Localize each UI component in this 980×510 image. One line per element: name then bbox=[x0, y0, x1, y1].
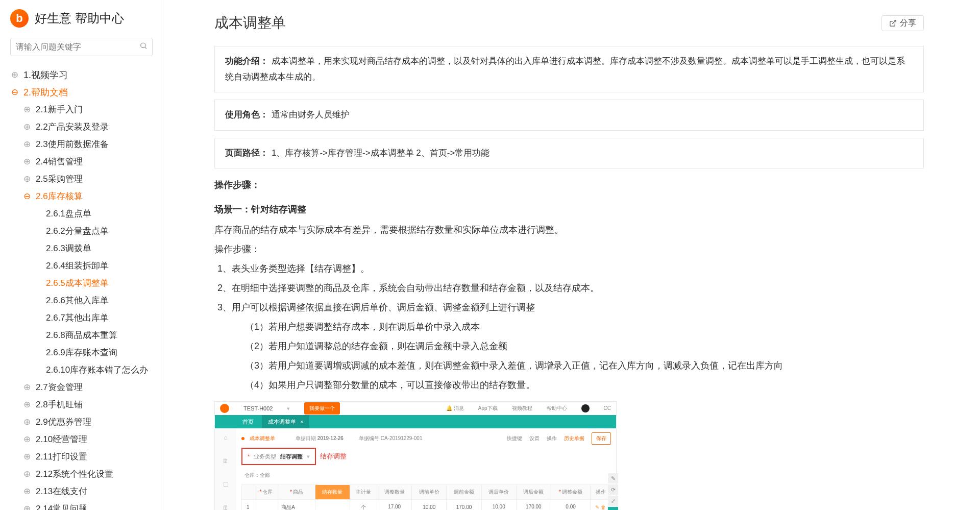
role-label: 使用角色： bbox=[225, 110, 268, 119]
share-icon bbox=[889, 19, 897, 27]
nav-item[interactable]: ⊕2.8手机旺铺 bbox=[10, 396, 153, 414]
plus-icon[interactable]: ⊕ bbox=[22, 448, 32, 466]
scene-desc: 库存商品的结存成本与实际成本有差异，需要根据结存数量和实际单位成本进行调整。 bbox=[214, 221, 924, 239]
intro-label: 功能介绍： bbox=[225, 56, 268, 66]
plus-icon[interactable]: ⊕ bbox=[22, 414, 32, 431]
nav-label: 2.11打印设置 bbox=[36, 448, 87, 466]
plus-icon[interactable]: ⊕ bbox=[22, 153, 32, 171]
nav-subitem[interactable]: 2.6.1盘点单 bbox=[10, 205, 153, 223]
shot-crumb: 成本调整单 bbox=[250, 433, 275, 444]
search-icon[interactable] bbox=[139, 42, 148, 53]
shot-user: CC bbox=[604, 403, 611, 414]
nav-item[interactable]: ⊕2.2产品安装及登录 bbox=[10, 118, 153, 136]
page-title: 成本调整单 bbox=[214, 13, 286, 33]
nav-item[interactable]: ⊕2.14常见问题 bbox=[10, 500, 153, 510]
shot-topbar: TEST-H002 ▾ 我要做一个 🔔 消息 App下载 视频教程 帮助中心 C… bbox=[215, 402, 616, 415]
nav-subitem[interactable]: 2.6.4组装拆卸单 bbox=[10, 257, 153, 275]
shot-op: 操作 bbox=[547, 433, 557, 444]
nav-subitem[interactable]: 2.6.7其他出库单 bbox=[10, 309, 153, 327]
nav-item[interactable]: ⊕2.7资金管理 bbox=[10, 379, 153, 396]
path-text: 1、库存核算->库存管理->成本调整单 2、首页->常用功能 bbox=[272, 148, 489, 158]
nav-label: 2.14常见问题 bbox=[36, 500, 87, 510]
nav-label: 2.8手机旺铺 bbox=[36, 396, 83, 414]
nav-label: 2.10经营管理 bbox=[36, 431, 87, 448]
shot-grid: 仓库商品结存数量主计量调整数量调前单价调前金额调后单价调后金额调整金额操作1商品… bbox=[241, 484, 611, 510]
plus-icon[interactable]: ⊕ bbox=[22, 500, 32, 510]
shot-side-icons: ✎⟳⤢☰ bbox=[608, 473, 618, 510]
shot-content: 成本调整单 单据日期 2019-12-26 单据编号 CA-20191229-0… bbox=[236, 428, 616, 510]
nav-item[interactable]: ⊕2.3使用前数据准备 bbox=[10, 136, 153, 153]
logo-row: b 好生意 帮助中心 bbox=[10, 9, 153, 28]
link-app: App下载 bbox=[478, 403, 498, 414]
nav-label: 2.帮助文档 bbox=[23, 84, 68, 101]
step-3d: （4）如果用户只调整部分数量的成本，可以直接修改带出的结存数量。 bbox=[214, 376, 924, 394]
nav-item[interactable]: ⊕2.10经营管理 bbox=[10, 431, 153, 448]
sub-steps-label: 操作步骤： bbox=[214, 240, 924, 258]
box-icon: ☐ bbox=[223, 478, 229, 491]
nav-item[interactable]: ⊕2.11打印设置 bbox=[10, 448, 153, 466]
share-button[interactable]: 分享 bbox=[881, 15, 924, 31]
step-3: 3、用户可以根据调整依据直接在调后单价、调后金额、调整金额列上进行调整 bbox=[214, 298, 924, 317]
nav-subitem[interactable]: 2.6.3调拨单 bbox=[10, 240, 153, 257]
nav-item[interactable]: ⊖2.帮助文档 bbox=[10, 84, 153, 101]
svg-line-1 bbox=[145, 47, 146, 49]
shot-logo-icon bbox=[220, 404, 229, 413]
path-box: 页面路径：1、库存核算->库存管理->成本调整单 2、首页->常用功能 bbox=[214, 138, 924, 169]
biz-type-highlight: *业务类型 结存调整 ▾ 结存调整 bbox=[241, 448, 316, 465]
nav-subitem[interactable]: 2.6.6其他入库单 bbox=[10, 292, 153, 309]
intro-box: 功能介绍：成本调整单，用来实现对商品结存成本的调整，以及针对具体的出入库单进行成… bbox=[214, 46, 924, 92]
share-label: 分享 bbox=[900, 18, 916, 29]
step-3b: （2）若用户知道调整总的结存金额，则在调后金额中录入总金额 bbox=[214, 337, 924, 355]
doc-icon: 🗎 bbox=[223, 455, 229, 467]
path-label: 页面路径： bbox=[225, 148, 268, 158]
nav-label: 2.6库存核算 bbox=[36, 188, 83, 205]
role-text: 通常由财务人员维护 bbox=[272, 110, 350, 119]
minus-icon[interactable]: ⊖ bbox=[10, 84, 19, 101]
plus-icon[interactable]: ⊕ bbox=[22, 118, 32, 136]
shot-action-button: 我要做一个 bbox=[304, 402, 340, 415]
plus-icon[interactable]: ⊕ bbox=[22, 466, 32, 483]
nav-item[interactable]: ⊖2.6库存核算 bbox=[10, 188, 153, 205]
nav-item[interactable]: ⊕2.5采购管理 bbox=[10, 171, 153, 188]
content-body: 操作步骤： 场景一：针对结存调整 库存商品的结存成本与实际成本有差异，需要根据结… bbox=[214, 176, 924, 510]
shot-tabs: 首页 成本调整单 × bbox=[215, 415, 616, 428]
plus-icon[interactable]: ⊕ bbox=[22, 101, 32, 118]
calendar-icon: 🗓 bbox=[223, 502, 229, 510]
nav-item[interactable]: ⊕2.9优惠券管理 bbox=[10, 414, 153, 431]
plus-icon[interactable]: ⊕ bbox=[22, 379, 32, 396]
plus-icon[interactable]: ⊕ bbox=[22, 171, 32, 188]
app-title: 好生意 帮助中心 bbox=[35, 10, 124, 27]
search-box bbox=[10, 38, 153, 56]
embedded-screenshot: TEST-H002 ▾ 我要做一个 🔔 消息 App下载 视频教程 帮助中心 C… bbox=[214, 401, 617, 510]
nav-label: 2.13在线支付 bbox=[36, 483, 87, 500]
nav-item[interactable]: ⊕2.13在线支付 bbox=[10, 483, 153, 500]
nav-item[interactable]: ⊕2.1新手入门 bbox=[10, 101, 153, 118]
nav-subitem[interactable]: 2.6.10库存账本错了怎么办 bbox=[10, 361, 153, 379]
nav-subitem[interactable]: 2.6.5成本调整单 bbox=[10, 275, 153, 292]
nav-subitem[interactable]: 2.6.8商品成本重算 bbox=[10, 327, 153, 344]
shot-shortcut: 快捷键 bbox=[507, 433, 522, 444]
nav-subitem[interactable]: 2.6.2分量盘点单 bbox=[10, 223, 153, 240]
plus-icon[interactable]: ⊕ bbox=[22, 431, 32, 448]
nav-item[interactable]: ⊕2.4销售管理 bbox=[10, 153, 153, 171]
nav-label: 2.4销售管理 bbox=[36, 153, 83, 171]
plus-icon[interactable]: ⊕ bbox=[10, 66, 19, 84]
shot-save: 保存 bbox=[592, 432, 611, 445]
nav-label: 2.5采购管理 bbox=[36, 171, 83, 188]
plus-icon[interactable]: ⊕ bbox=[22, 136, 32, 153]
red-annotation-biz: 结存调整 bbox=[320, 450, 347, 463]
step-1: 1、表头业务类型选择【结存调整】。 bbox=[214, 259, 924, 278]
nav-tree: ⊕1.视频学习⊖2.帮助文档⊕2.1新手入门⊕2.2产品安装及登录⊕2.3使用前… bbox=[10, 66, 153, 510]
nav-item[interactable]: ⊕2.12系统个性化设置 bbox=[10, 466, 153, 483]
search-input[interactable] bbox=[10, 38, 153, 56]
nav-label: 2.3使用前数据准备 bbox=[36, 136, 109, 153]
nav-item[interactable]: ⊕1.视频学习 bbox=[10, 66, 153, 84]
plus-icon[interactable]: ⊕ bbox=[22, 396, 32, 414]
steps-label: 操作步骤： bbox=[214, 176, 260, 194]
minus-icon[interactable]: ⊖ bbox=[22, 188, 32, 205]
nav-subitem[interactable]: 2.6.9库存账本查询 bbox=[10, 344, 153, 361]
avatar-icon bbox=[581, 404, 590, 412]
plus-icon[interactable]: ⊕ bbox=[22, 483, 32, 500]
intro-text: 成本调整单，用来实现对商品结存成本的调整，以及针对具体的出入库单进行成本调整。库… bbox=[225, 56, 905, 82]
shot-tab-active: 成本调整单 × bbox=[262, 415, 309, 428]
